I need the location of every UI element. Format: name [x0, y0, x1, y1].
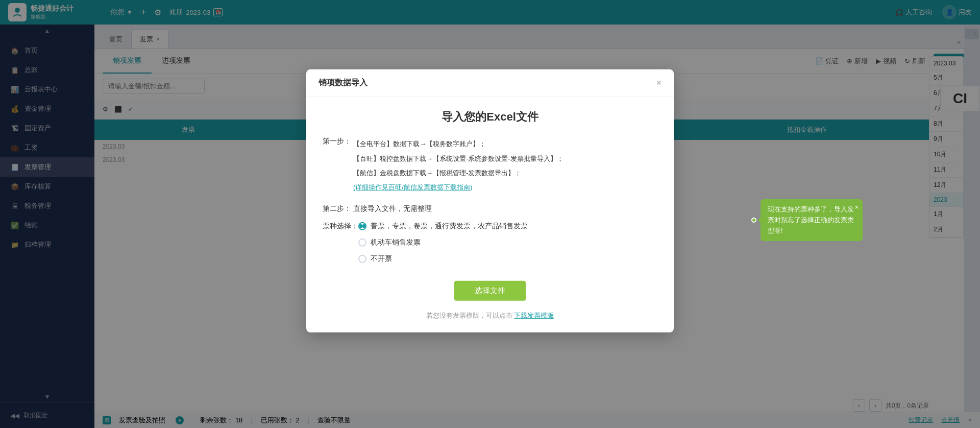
step2-label: 第二步：: [323, 204, 353, 213]
modal-close-button[interactable]: ×: [656, 78, 662, 88]
radio-row-2[interactable]: 机动车销售发票: [358, 238, 528, 247]
ticket-label: 票种选择：: [323, 222, 358, 231]
step1-link: (详细操作见百旺/航信发票数据下载指南): [353, 181, 564, 194]
modal-main-title: 导入您的Excel文件: [323, 109, 657, 125]
step1-line1: 【全电平台】数据下载→【税务数字账户】；: [353, 137, 564, 152]
step1-label: 第一步：: [323, 137, 353, 146]
select-file-section: 选择文件: [323, 281, 657, 301]
select-file-button[interactable]: 选择文件: [454, 281, 526, 301]
modal-step1: 第一步： 【全电平台】数据下载→【税务数字账户】； 【百旺】税控盘数据下载→【系…: [323, 137, 657, 194]
tooltip-bubble: × 现在支持的票种多了，导入发票时别忘了选择正确的发票类型呀!: [761, 199, 863, 241]
guide-link[interactable]: (详细操作见百旺/航信发票数据下载指南): [353, 183, 472, 191]
tooltip-connector: [751, 218, 756, 223]
radio-group: 普票，专票，卷票，通行费发票，农产品销售发票 机动车销售发票 不开票: [358, 222, 528, 271]
ticket-type-section: 票种选择： 普票，专票，卷票，通行费发票，农产品销售发票 机动车销售发票: [323, 222, 657, 271]
import-modal: 销项数据导入 × 导入您的Excel文件 第一步： 【全电平台】数据下载→【税务…: [306, 69, 674, 332]
radio-row-1[interactable]: 普票，专票，卷票，通行费发票，农产品销售发票: [358, 222, 528, 231]
step1-line3: 【航信】金税盘数据下载→【报税管理-发票数据导出】；: [353, 166, 564, 181]
radio-3[interactable]: [358, 255, 366, 263]
radio-label-1: 普票，专票，卷票，通行费发票，农产品销售发票: [371, 222, 528, 231]
step1-content: 【全电平台】数据下载→【税务数字账户】； 【百旺】税控盘数据下载→【系统设置-系…: [353, 137, 564, 194]
tooltip-text: 现在支持的票种多了，导入发票时别忘了选择正确的发票类型呀!: [768, 205, 854, 234]
modal-title: 销项数据导入: [318, 78, 368, 88]
modal-step2: 第二步： 直接导入文件，无需整理: [323, 204, 657, 213]
modal-header: 销项数据导入 ×: [306, 69, 674, 97]
modal-footer: 若您没有发票模版，可以点击 下载发票模版: [323, 311, 657, 320]
step2-text: 直接导入文件，无需整理: [353, 204, 432, 213]
modal-body: 导入您的Excel文件 第一步： 【全电平台】数据下载→【税务数字账户】； 【百…: [306, 97, 674, 332]
step1-line2: 【百旺】税控盘数据下载→【系统设置-系统参数设置-发票批量导入】；: [353, 151, 564, 166]
tooltip-close-button[interactable]: ×: [854, 202, 859, 213]
radio-label-3: 不开票: [371, 254, 392, 264]
radio-row-3[interactable]: 不开票: [358, 254, 528, 264]
radio-1[interactable]: [358, 222, 366, 230]
radio-2[interactable]: [358, 239, 366, 247]
radio-label-2: 机动车销售发票: [371, 238, 421, 247]
download-template-link[interactable]: 下载发票模版: [514, 312, 554, 319]
